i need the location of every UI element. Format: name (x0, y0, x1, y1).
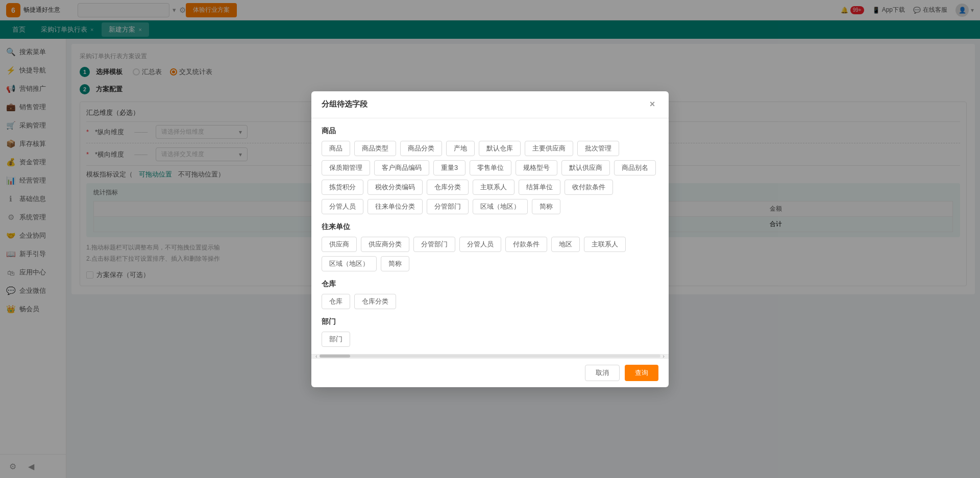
field-tag-1-3[interactable]: 分管人员 (459, 237, 501, 252)
modal-dialog: 分组待选字段 × 商品商品商品类型商品分类产地默认仓库主要供应商批次管理保质期管… (311, 91, 669, 387)
field-group-1: 往来单位供应商供应商分类分管部门分管人员付款条件地区主联系人区域（地区）简称 (322, 222, 658, 271)
modal-close-button[interactable]: × (646, 98, 658, 111)
field-tag-1-4[interactable]: 付款条件 (505, 237, 547, 252)
field-tag-0-21[interactable]: 往来单位分类 (368, 199, 423, 214)
field-tags-0: 商品商品类型商品分类产地默认仓库主要供应商批次管理保质期管理客户商品编码重量3零… (322, 141, 658, 214)
field-tag-0-1[interactable]: 商品类型 (354, 141, 396, 156)
field-tag-0-14[interactable]: 拣货积分 (322, 180, 363, 195)
field-tag-0-17[interactable]: 主联系人 (473, 180, 514, 195)
field-group-title-0: 商品 (322, 127, 658, 136)
scroll-thumb (320, 355, 350, 358)
field-tag-1-1[interactable]: 供应商分类 (361, 237, 409, 252)
field-tag-0-18[interactable]: 结算单位 (519, 180, 560, 195)
modal-overlay[interactable]: 分组待选字段 × 商品商品商品类型商品分类产地默认仓库主要供应商批次管理保质期管… (0, 0, 980, 478)
field-tag-1-6[interactable]: 主联系人 (584, 237, 626, 252)
modal-footer: 取消 查询 (311, 358, 669, 387)
field-group-2: 仓库仓库仓库分类 (322, 280, 658, 309)
field-tag-0-12[interactable]: 默认供应商 (561, 160, 610, 175)
field-tag-2-0[interactable]: 仓库 (322, 294, 350, 309)
field-tag-0-2[interactable]: 商品分类 (400, 141, 442, 156)
field-tag-0-13[interactable]: 商品别名 (614, 160, 656, 175)
field-tag-1-8[interactable]: 简称 (381, 256, 409, 271)
field-group-title-3: 部门 (322, 317, 658, 326)
field-tags-3: 部门 (322, 332, 658, 347)
field-group-title-1: 往来单位 (322, 222, 658, 232)
field-tag-0-5[interactable]: 主要供应商 (525, 141, 573, 156)
field-tag-0-11[interactable]: 规格型号 (516, 160, 557, 175)
field-tag-0-20[interactable]: 分管人员 (322, 199, 363, 214)
scroll-track (320, 355, 661, 358)
field-tag-0-22[interactable]: 分管部门 (427, 199, 469, 214)
field-tags-1: 供应商供应商分类分管部门分管人员付款条件地区主联系人区域（地区）简称 (322, 237, 658, 271)
field-tag-0-6[interactable]: 批次管理 (577, 141, 619, 156)
modal-body: 商品商品商品类型商品分类产地默认仓库主要供应商批次管理保质期管理客户商品编码重量… (311, 118, 669, 354)
field-tags-2: 仓库仓库分类 (322, 294, 658, 309)
field-tag-0-3[interactable]: 产地 (446, 141, 475, 156)
field-tag-0-19[interactable]: 收付款条件 (565, 180, 613, 195)
field-tag-0-15[interactable]: 税收分类编码 (368, 180, 423, 195)
field-tag-0-0[interactable]: 商品 (322, 141, 350, 156)
field-tag-0-10[interactable]: 零售单位 (470, 160, 511, 175)
field-tag-1-5[interactable]: 地区 (551, 237, 580, 252)
field-tag-0-9[interactable]: 重量3 (433, 160, 465, 175)
field-tag-2-1[interactable]: 仓库分类 (354, 294, 396, 309)
field-tag-1-0[interactable]: 供应商 (322, 237, 357, 252)
field-tag-0-16[interactable]: 仓库分类 (427, 180, 469, 195)
modal-horizontal-scrollbar[interactable]: ‹ › (311, 354, 669, 358)
field-group-3: 部门部门 (322, 317, 658, 347)
field-tag-0-7[interactable]: 保质期管理 (322, 160, 370, 175)
modal-header: 分组待选字段 × (311, 91, 669, 118)
field-tag-0-24[interactable]: 简称 (532, 199, 560, 214)
confirm-button[interactable]: 查询 (625, 365, 658, 381)
field-group-title-2: 仓库 (322, 280, 658, 289)
field-tag-3-0[interactable]: 部门 (322, 332, 350, 347)
field-tag-1-7[interactable]: 区域（地区） (322, 256, 377, 271)
field-tag-0-4[interactable]: 默认仓库 (479, 141, 521, 156)
cancel-button[interactable]: 取消 (585, 365, 620, 381)
field-tag-1-2[interactable]: 分管部门 (413, 237, 455, 252)
field-tag-0-23[interactable]: 区域（地区） (473, 199, 528, 214)
field-tag-0-8[interactable]: 客户商品编码 (374, 160, 429, 175)
field-group-0: 商品商品商品类型商品分类产地默认仓库主要供应商批次管理保质期管理客户商品编码重量… (322, 127, 658, 214)
modal-title: 分组待选字段 (322, 99, 368, 109)
